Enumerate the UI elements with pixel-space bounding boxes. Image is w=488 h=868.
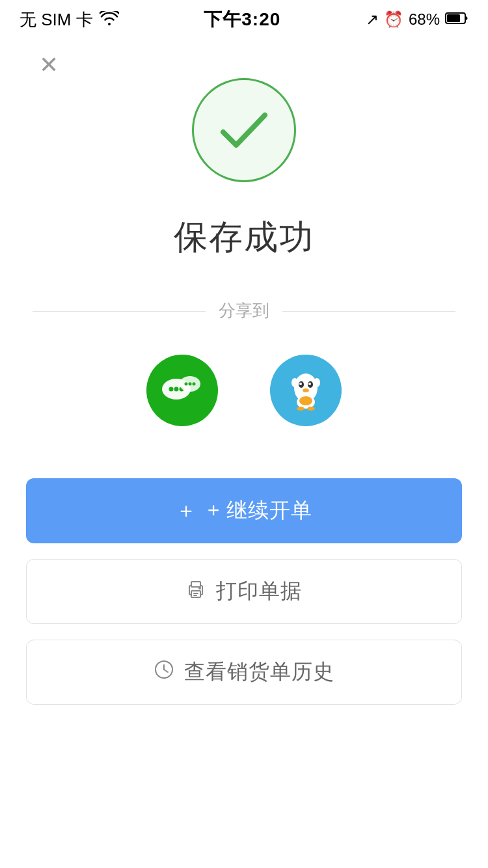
battery-label: 68% (409, 10, 440, 29)
svg-point-19 (299, 396, 312, 405)
svg-point-20 (297, 407, 305, 411)
status-right: ↗ ⏰ 68% (366, 10, 468, 29)
svg-rect-25 (193, 593, 198, 594)
svg-point-16 (291, 378, 298, 387)
continue-order-button[interactable]: ＋ + 继续开单 (26, 478, 462, 543)
no-sim-label: 无 SIM 卡 (20, 8, 93, 31)
main-content: 保存成功 分享到 (0, 39, 488, 705)
svg-rect-26 (193, 595, 197, 596)
svg-point-14 (308, 383, 311, 385)
share-label: 分享到 (206, 299, 282, 322)
svg-point-27 (198, 587, 201, 590)
view-history-button[interactable]: 查看销货单历史 (26, 640, 462, 705)
svg-point-3 (169, 387, 174, 392)
svg-point-8 (189, 383, 192, 386)
share-section: 分享到 (0, 299, 488, 322)
svg-point-13 (299, 383, 302, 385)
svg-line-30 (164, 670, 168, 672)
success-title: 保存成功 (174, 215, 314, 260)
qq-share-button[interactable] (270, 355, 342, 426)
wechat-icon (160, 371, 204, 410)
social-icons-row (146, 355, 342, 426)
status-time: 下午3:20 (204, 7, 280, 32)
svg-point-21 (307, 407, 315, 411)
battery-icon (445, 10, 468, 29)
plus-icon: ＋ (176, 496, 197, 525)
action-buttons: ＋ + 继续开单 打印单据 (0, 478, 488, 705)
continue-order-label: + 继续开单 (208, 496, 313, 525)
svg-point-7 (185, 383, 188, 386)
close-button[interactable]: ✕ (33, 49, 65, 81)
alarm-icon: ⏰ (384, 10, 403, 29)
success-icon-circle (192, 78, 296, 182)
print-receipt-button[interactable]: 打印单据 (26, 559, 462, 624)
status-left: 无 SIM 卡 (20, 8, 119, 31)
svg-point-9 (193, 383, 196, 386)
history-label: 查看销货单历史 (184, 658, 334, 686)
svg-rect-24 (191, 582, 200, 587)
qq-icon (286, 368, 325, 413)
print-label: 打印单据 (216, 577, 302, 606)
close-icon: ✕ (39, 53, 59, 77)
svg-point-4 (174, 387, 179, 392)
clock-icon (154, 660, 174, 685)
wechat-share-button[interactable] (146, 355, 218, 426)
printer-icon (186, 580, 206, 604)
svg-point-17 (314, 378, 320, 387)
svg-point-15 (303, 388, 309, 392)
wifi-icon (100, 10, 119, 30)
svg-rect-1 (447, 14, 460, 22)
status-bar: 无 SIM 卡 下午3:20 ↗ ⏰ 68% (0, 0, 488, 39)
checkmark-icon (218, 107, 270, 153)
location-icon: ↗ (366, 10, 379, 29)
